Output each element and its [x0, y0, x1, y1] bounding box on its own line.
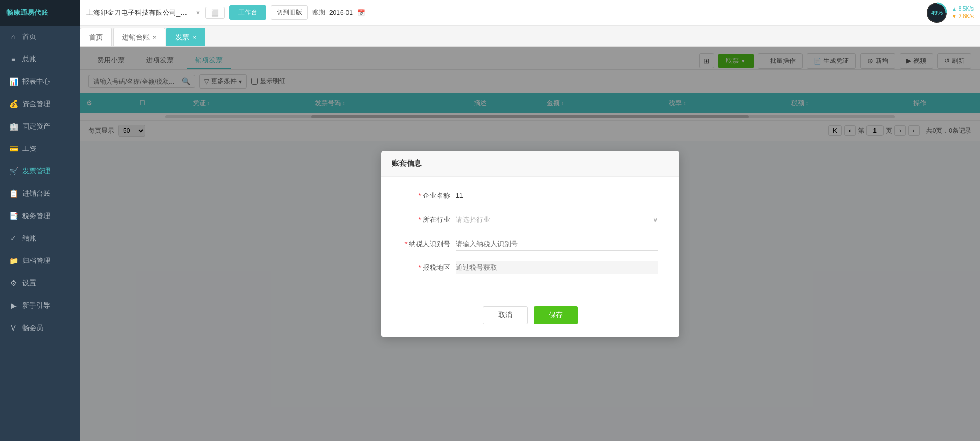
tab-home[interactable]: 首页	[80, 28, 112, 46]
speed-up: ▲ 8.5K/s	[952, 5, 974, 13]
modal-overlay: 账套信息 *企业名称 *所在行业	[80, 47, 980, 441]
select-industry[interactable]: 请选择行业 ∨	[456, 213, 658, 227]
dialog-header: 账套信息	[381, 151, 679, 177]
sidebar-label-home: 首页	[22, 32, 36, 42]
sidebar-nav: ⌂首页≡总账📊报表中心💰资金管理🏢固定资产💳工资🛒发票管理📋进销台账📑税务管理✓…	[0, 26, 80, 441]
sidebar-item-settings[interactable]: ⚙设置	[0, 272, 80, 294]
speed-values: ▲ 8.5K/s ▼ 2.6K/s	[952, 5, 974, 20]
sidebar-item-member[interactable]: V畅会员	[0, 317, 80, 339]
label-industry: *所在行业	[402, 215, 456, 224]
content-area: 费用小票进项发票销项发票 ⊞ 取票 ▼ ≡ 批量操作 📄 生成凭证 ⊕ 新增	[80, 47, 980, 441]
sidebar-icon-inout: 📋	[9, 189, 18, 198]
speed-down: ▼ 2.6K/s	[952, 13, 974, 20]
required-star-4: *	[418, 263, 421, 271]
sidebar-icon-member: V	[9, 324, 18, 332]
sidebar-item-ledger[interactable]: ≡总账	[0, 48, 80, 70]
sidebar-label-inout: 进销台账	[22, 189, 50, 198]
dialog-title: 账套信息	[392, 159, 422, 167]
speed-donut: 49%	[925, 1, 949, 25]
main-area: 上海卯金刀电子科技有限公司_（台201... ▼ ⬜ 工作台 切到旧版 账期 2…	[80, 0, 980, 441]
tab-inout[interactable]: 进销台账×	[113, 28, 165, 46]
sidebar-item-tax[interactable]: 📑税务管理	[0, 205, 80, 227]
dialog-footer: 取消 保存	[381, 298, 679, 337]
cancel-button[interactable]: 取消	[483, 306, 528, 324]
tab-close-tab-invoice[interactable]: ×	[192, 34, 196, 41]
sidebar-item-guide[interactable]: ▶新手引导	[0, 294, 80, 317]
workspace-button[interactable]: 工作台	[229, 5, 266, 20]
tab-label-tab-invoice: 发票	[175, 33, 189, 42]
sidebar-icon-archive: 📁	[9, 256, 18, 265]
sidebar-label-guide: 新手引导	[22, 301, 50, 310]
input-tax-id[interactable]	[456, 238, 658, 251]
old-version-button[interactable]: 切到旧版	[271, 5, 308, 20]
sidebar-item-salary[interactable]: 💳工资	[0, 138, 80, 160]
sidebar-icon-home: ⌂	[9, 33, 18, 41]
sidebar-icon-reports: 📊	[9, 77, 18, 86]
label-tax-region: *报税地区	[402, 263, 456, 272]
sidebar-label-settle: 结账	[22, 234, 36, 243]
sidebar-item-capital[interactable]: 💰资金管理	[0, 93, 80, 115]
sidebar-label-ledger: 总账	[22, 54, 36, 64]
tabs-bar: 首页进销台账×发票×	[80, 26, 980, 47]
sidebar: 畅康通易代账 ⌂首页≡总账📊报表中心💰资金管理🏢固定资产💳工资🛒发票管理📋进销台…	[0, 0, 80, 441]
period-label: 账期	[312, 8, 325, 17]
sidebar-icon-guide: ▶	[9, 301, 18, 310]
sidebar-label-member: 畅会员	[22, 323, 43, 333]
sidebar-item-home[interactable]: ⌂首页	[0, 26, 80, 48]
sidebar-label-tax: 税务管理	[22, 211, 50, 221]
sidebar-item-reports[interactable]: 📊报表中心	[0, 70, 80, 93]
header-company: 上海卯金刀电子科技有限公司_（台201... ▼	[86, 8, 201, 18]
form-row-industry: *所在行业 请选择行业 ∨	[402, 213, 658, 227]
label-company-name: *企业名称	[402, 191, 456, 201]
required-star-3: *	[404, 240, 407, 248]
label-tax-id: *纳税人识别号	[402, 239, 456, 249]
tab-invoice[interactable]: 发票×	[166, 28, 205, 46]
dialog-body: *企业名称 *所在行业 请选择行业 ∨	[381, 177, 679, 298]
sidebar-icon-capital: 💰	[9, 100, 18, 108]
sidebar-icon-ledger: ≡	[9, 55, 18, 63]
dialog-account-info: 账套信息 *企业名称 *所在行业	[381, 151, 679, 337]
copy-button[interactable]: ⬜	[205, 7, 225, 19]
chevron-down-icon: ∨	[653, 215, 658, 223]
sidebar-icon-tax: 📑	[9, 212, 18, 220]
speed-percent: 49%	[931, 10, 943, 16]
sidebar-label-reports: 报表中心	[22, 77, 50, 86]
sidebar-icon-invoice: 🛒	[9, 167, 18, 175]
industry-placeholder: 请选择行业	[456, 215, 490, 224]
sidebar-item-invoice[interactable]: 🛒发票管理	[0, 160, 80, 182]
sidebar-item-inout[interactable]: 📋进销台账	[0, 182, 80, 205]
form-row-company: *企业名称	[402, 189, 658, 202]
header: 上海卯金刀电子科技有限公司_（台201... ▼ ⬜ 工作台 切到旧版 账期 2…	[80, 0, 980, 26]
tab-close-tab-inout[interactable]: ×	[153, 34, 156, 41]
required-star-2: *	[418, 215, 421, 223]
app-container: 畅康通易代账 ⌂首页≡总账📊报表中心💰资金管理🏢固定资产💳工资🛒发票管理📋进销台…	[0, 0, 980, 441]
form-row-tax-id: *纳税人识别号	[402, 238, 658, 251]
sidebar-item-settle[interactable]: ✓结账	[0, 227, 80, 250]
form-row-tax-region: *报税地区	[402, 261, 658, 274]
sidebar-label-archive: 归档管理	[22, 256, 50, 266]
sidebar-item-assets[interactable]: 🏢固定资产	[0, 115, 80, 138]
sidebar-label-salary: 工资	[22, 144, 36, 154]
sidebar-label-capital: 资金管理	[22, 99, 50, 109]
sidebar-icon-settings: ⚙	[9, 279, 18, 287]
sidebar-label-settings: 设置	[22, 278, 36, 288]
calendar-icon[interactable]: 📅	[357, 9, 365, 17]
company-name: 上海卯金刀电子科技有限公司_（台201...	[86, 8, 193, 18]
input-company-name[interactable]	[456, 189, 658, 202]
required-star: *	[418, 191, 421, 199]
sidebar-logo-text: 畅康通易代账	[6, 8, 48, 18]
sidebar-label-assets: 固定资产	[22, 122, 50, 131]
speed-widget: 49% ▲ 8.5K/s ▼ 2.6K/s	[925, 1, 974, 25]
sidebar-item-archive[interactable]: 📁归档管理	[0, 250, 80, 272]
save-button[interactable]: 保存	[534, 306, 578, 324]
company-dropdown-icon[interactable]: ▼	[195, 10, 201, 16]
tab-label-tab-inout: 进销台账	[122, 33, 150, 42]
sidebar-icon-settle: ✓	[9, 234, 18, 243]
period-value: 2016-01	[329, 9, 353, 17]
tab-label-tab-home: 首页	[89, 33, 103, 42]
sidebar-label-invoice: 发票管理	[22, 166, 50, 176]
sidebar-icon-salary: 💳	[9, 145, 18, 153]
input-tax-region	[456, 261, 658, 274]
sidebar-logo: 畅康通易代账	[0, 0, 80, 26]
header-period: 账期 2016-01 📅	[312, 8, 365, 17]
